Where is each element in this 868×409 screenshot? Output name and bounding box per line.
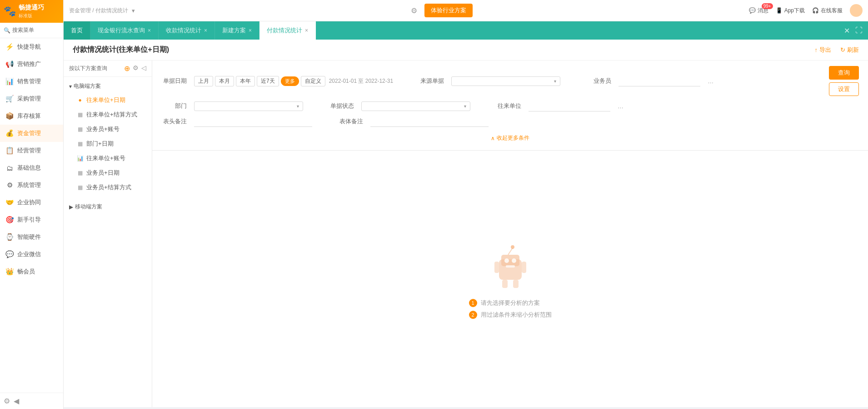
user-avatar[interactable] [850,4,863,17]
scheme-settings-btn[interactable]: ⚙ [133,64,139,73]
pc-scheme-group-title[interactable]: ▾ 电脑端方案 [64,80,152,93]
sidebar-item-guide[interactable]: 🎯 新手引导 [0,211,63,228]
topbar-online-service[interactable]: 🎧 在线客服 [812,7,843,15]
payment-tab-close[interactable]: × [305,27,308,34]
trial-btn[interactable]: 体验行业方案 [424,4,473,17]
tab-home[interactable]: 首页 [64,21,90,40]
tip-1-text: 请先选择要分析的方案 [481,299,540,307]
sidebar-item-inventory[interactable]: 📦 库存核算 [0,107,63,125]
sidebar-item-finance[interactable]: 💰 资金管理 [0,125,63,142]
scheme-item-label: 部门+日期 [86,140,114,148]
refresh-btn[interactable]: ↻ 刷新 [840,46,859,54]
scheme-item-dept-date[interactable]: ▦ 部门+日期 [64,136,152,151]
staff-filter-input[interactable] [619,76,700,86]
empty-state: 1 请先选择要分析的方案 2 用过滤条件来缩小分析范围 [152,151,868,407]
add-scheme-btn[interactable]: ⊕ [124,64,130,73]
export-btn[interactable]: ↑ 导出 [815,46,832,54]
new-scheme-tab-close[interactable]: × [249,27,252,34]
last-month-btn[interactable]: 上月 [194,76,213,86]
topbar-settings-icon[interactable]: ⚙ [411,6,417,15]
scheme-item-counterpart-settle[interactable]: ▦ 往来单位+结算方式 [64,107,152,122]
custom-date-btn[interactable]: 自定义 [301,76,325,86]
sidebar-search[interactable]: 🔍 搜索菜单 [0,23,63,38]
topbar-app-download[interactable]: 📱 App下载 [776,7,805,15]
svg-rect-6 [522,262,526,273]
svg-rect-7 [502,280,508,288]
collapse-more-btn[interactable]: ∧ 收起更多条件 [161,131,859,145]
sidebar-item-member[interactable]: 👑 畅会员 [0,263,63,280]
empty-tip-1: 1 请先选择要分析的方案 [469,299,552,307]
tab-receipt[interactable]: 收款情况统计 × [159,21,215,40]
sidebar-item-label: 新手引导 [17,216,41,224]
scheme-item-staff-settle[interactable]: ▦ 业务员+结算方式 [64,180,152,195]
purchase-icon: 🛒 [5,95,14,103]
this-year-btn[interactable]: 本年 [236,76,255,86]
tip-2-text: 用过滤条件来缩小分析范围 [481,311,552,319]
scheme-group-pc: ▾ 电脑端方案 ● 往来单位+日期 ▦ 往来单位+结算方式 ▦ 业务员+账号 [64,77,152,197]
empty-tip-2: 2 用过滤条件来缩小分析范围 [469,311,552,319]
sidebar-item-label: 销售管理 [17,77,41,86]
dept-select[interactable]: ▾ [194,101,303,111]
filter-row-2: 部门 ▾ 单据状态 ▾ 往来单位 … [161,101,859,111]
filter-row-3: 表头备注 表体备注 [161,116,859,127]
topbar-message[interactable]: 💬 消息 99+ [749,7,768,15]
sidebar-footer-collapse[interactable]: ◀ [14,397,19,405]
staff-dots: … [708,78,713,85]
setting-btn[interactable]: 设置 [829,82,859,96]
expand-tab-btn[interactable]: ⛶ [853,26,864,35]
sidebar-item-system[interactable]: ⚙ 系统管理 [0,177,63,194]
dept-filter-label: 部门 [161,102,187,110]
sidebar-item-purchase[interactable]: 🛒 采购管理 [0,90,63,107]
svg-rect-5 [494,262,499,273]
tabs-right-controls: ✕ ⛶ [842,26,868,35]
tab-new-scheme[interactable]: 新建方案 × [215,21,259,40]
collapse-panel-btn[interactable]: ◁ [141,64,146,73]
home-tab-label: 首页 [71,26,83,35]
sidebar-item-hardware[interactable]: ⌚ 智能硬件 [0,228,63,246]
close-all-tabs-btn[interactable]: ✕ [842,26,852,35]
member-icon: 👑 [5,268,14,276]
mobile-group-expand-icon: ▶ [69,204,73,210]
this-month-btn[interactable]: 本月 [215,76,234,86]
scheme-item-counterpart-account[interactable]: 📊 往来单位+账号 [64,151,152,166]
guide-icon: 🎯 [5,216,14,224]
scheme-item-staff-account[interactable]: ▦ 业务员+账号 [64,122,152,136]
new-scheme-tab-label: 新建方案 [222,26,246,35]
bank-tab-close[interactable]: × [148,27,151,34]
scheme-item-label: 业务员+账号 [86,125,120,133]
sidebar-item-wechat[interactable]: 💬 企业微信 [0,246,63,263]
topbar-dropdown[interactable]: ▾ [132,7,135,14]
right-panel: 单据日期 上月 本月 本年 近7天 更多 自定义 2022-01-01 至 20… [152,61,868,407]
receipt-tab-close[interactable]: × [204,27,207,34]
sidebar-item-sales[interactable]: 📊 销售管理 [0,73,63,90]
filter-row-1: 单据日期 上月 本月 本年 近7天 更多 自定义 2022-01-01 至 20… [161,66,859,96]
robot-svg [483,239,538,293]
scheme-item-counterpart-date[interactable]: ● 往来单位+日期 [64,93,152,107]
svg-rect-4 [506,265,515,268]
sidebar-item-label: 库存核算 [17,112,41,120]
sidebar-item-marketing[interactable]: 📢 营销推广 [0,56,63,73]
sidebar-logo-text: 畅捷通巧 [19,4,44,12]
export-label: 导出 [819,46,831,54]
query-btn[interactable]: 查询 [829,66,859,80]
service-label: 在线客服 [821,7,843,15]
header-note-input[interactable] [194,116,312,127]
doc-status-select[interactable]: ▾ [361,101,470,111]
more-date-btn[interactable]: 更多 [281,76,299,86]
sidebar-item-label: 营销推广 [17,60,41,68]
tab-payment[interactable]: 付款情况统计 × [259,21,316,40]
sidebar-item-basic[interactable]: 🗂 基础信息 [0,159,63,177]
tab-bank[interactable]: 现金银行流水查询 × [90,21,159,40]
last-7-days-btn[interactable]: 近7天 [257,76,279,86]
sidebar-footer-settings[interactable]: ⚙ [4,397,10,405]
counterparty-filter-input[interactable] [529,101,610,111]
sidebar-item-operation[interactable]: 📋 经营管理 [0,142,63,159]
topbar-breadcrumb: 资金管理 / 付款情况统计 [69,7,128,15]
mobile-scheme-group-title[interactable]: ▶ 移动端方案 [64,200,152,213]
source-select[interactable]: ▾ [451,76,560,86]
body-note-input[interactable] [370,116,489,127]
scheme-item-staff-date[interactable]: ▦ 业务员+日期 [64,166,152,180]
sidebar-item-enterprise[interactable]: 🤝 企业协同 [0,194,63,211]
sidebar-item-quick-nav[interactable]: ⚡ 快捷导航 [0,38,63,56]
marketing-icon: 📢 [5,60,14,68]
